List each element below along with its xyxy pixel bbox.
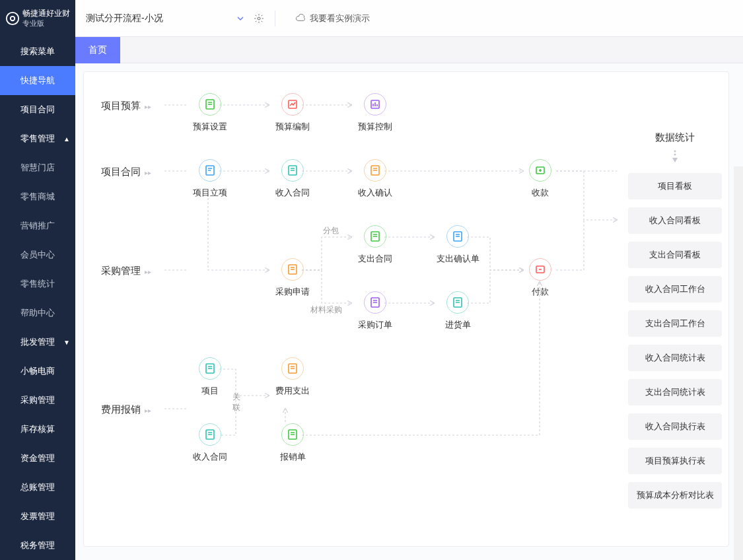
stat-btn-1[interactable]: 收入合同看板 xyxy=(628,207,722,234)
sidebar-sub-member[interactable]: 会员中心 xyxy=(0,240,75,269)
node-label: 预算设置 xyxy=(193,121,227,133)
node-label: 收入确认 xyxy=(358,187,392,199)
node-income-confirm[interactable]: 收入确认 xyxy=(348,159,402,199)
chart-icon xyxy=(281,93,304,116)
sidebar-item-invoice[interactable]: 发票管理 xyxy=(0,502,75,531)
stat-btn-label: 收入合同工作台 xyxy=(645,283,705,295)
flow-label-material: 材料采购 xyxy=(310,304,342,316)
stat-btn-3[interactable]: 收入合同工作台 xyxy=(628,276,722,302)
tab-home[interactable]: 首页 xyxy=(75,37,120,63)
node-purchase-req[interactable]: 采购申请 xyxy=(265,258,320,298)
stat-btn-7[interactable]: 收入合同执行表 xyxy=(628,413,722,440)
sidebar-sub-marketing[interactable]: 营销推广 xyxy=(0,211,75,240)
sidebar-item-quicknav[interactable]: 快捷导航 xyxy=(0,66,75,95)
row-label-purchase: 采购管理▸▸ xyxy=(101,265,151,277)
sidebar-sub-help[interactable]: 帮助中心 xyxy=(0,298,75,328)
doc-icon xyxy=(281,258,304,281)
demo-button[interactable]: 我要看实例演示 xyxy=(295,13,370,24)
gear-icon xyxy=(254,13,264,24)
stat-btn-0[interactable]: 项目看板 xyxy=(628,173,722,199)
doc-icon xyxy=(364,225,386,248)
brand: 畅捷通好业财 专业版 xyxy=(0,0,75,37)
flow-label-subcontract: 分包 xyxy=(323,225,339,236)
sidebar-item-label: 资金管理 xyxy=(20,452,55,464)
context-select[interactable]: 测试分开流程-小况 xyxy=(86,13,244,24)
sidebar-item-funds[interactable]: 资金管理 xyxy=(0,444,75,473)
node-label: 付款 xyxy=(532,286,549,298)
brand-edition: 专业版 xyxy=(22,18,70,28)
stat-btn-4[interactable]: 支出合同工作台 xyxy=(628,310,722,337)
chevron-right-icon: ▸▸ xyxy=(145,103,151,110)
row-label-budget: 项目预算▸▸ xyxy=(101,100,151,112)
node-income-contract[interactable]: 收入合同 xyxy=(265,159,320,199)
sidebar-item-label: 项目合同 xyxy=(20,104,55,116)
scrollbar-track[interactable] xyxy=(734,166,743,560)
stat-btn-5[interactable]: 收入合同统计表 xyxy=(628,345,722,371)
svg-point-1 xyxy=(11,17,15,20)
node-label: 收款 xyxy=(532,187,549,199)
sidebar-sub-retailmall[interactable]: 零售商城 xyxy=(0,182,75,211)
node-label: 报销单 xyxy=(280,451,306,463)
doc-icon xyxy=(281,357,304,380)
node-reimburse[interactable]: 报销单 xyxy=(265,423,320,463)
chevron-down-icon xyxy=(236,15,244,22)
row-label-text: 项目合同 xyxy=(101,166,141,177)
flow-panel: 项目预算▸▸ 项目合同▸▸ 采购管理▸▸ 费用报销▸▸ 预算设置 预算编制 预算… xyxy=(83,71,729,547)
node-exp-contract[interactable]: 支出合同 xyxy=(348,225,402,265)
doc-icon xyxy=(364,291,386,314)
arrow-down-icon xyxy=(670,149,680,164)
doc-icon xyxy=(446,225,469,248)
bar-icon xyxy=(364,93,386,116)
sidebar-item-wholesale[interactable]: 批发管理▼ xyxy=(0,328,75,357)
stat-btn-9[interactable]: 预算成本分析对比表 xyxy=(628,482,722,508)
stats-panel: 数据统计 项目看板 收入合同看板 支出合同看板 收入合同工作台 支出合同工作台 … xyxy=(628,131,722,516)
node-budget-make[interactable]: 预算编制 xyxy=(265,93,320,133)
sidebar-item-retail[interactable]: 零售管理▲ xyxy=(0,124,75,153)
sidebar-item-project-contract[interactable]: 项目合同 xyxy=(0,95,75,124)
node-label: 预算控制 xyxy=(358,121,392,133)
sidebar: 畅捷通好业财 专业版 搜索菜单 快捷导航 项目合同 零售管理▲ 智慧门店 零售商… xyxy=(0,0,75,560)
sidebar-item-ecommerce[interactable]: 小畅电商 xyxy=(0,357,75,386)
stat-btn-2[interactable]: 支出合同看板 xyxy=(628,242,722,268)
demo-label: 我要看实例演示 xyxy=(310,13,370,24)
node-label: 进货单 xyxy=(445,319,471,331)
sidebar-item-ledger[interactable]: 总账管理 xyxy=(0,473,75,502)
node-exp-confirm[interactable]: 支出确认单 xyxy=(431,225,485,265)
settings-button[interactable] xyxy=(254,13,264,24)
node-purchase-order[interactable]: 采购订单 xyxy=(348,291,402,331)
node-goods-in[interactable]: 进货单 xyxy=(431,291,485,331)
sidebar-search-label: 搜索菜单 xyxy=(20,46,55,57)
chevron-right-icon: ▸▸ xyxy=(145,268,151,275)
doc-icon xyxy=(199,357,221,380)
sidebar-item-purchase[interactable]: 采购管理 xyxy=(0,386,75,415)
stat-btn-8[interactable]: 项目预算执行表 xyxy=(628,448,722,474)
node-budget-ctrl[interactable]: 预算控制 xyxy=(348,93,402,133)
node-pay[interactable]: 付款 xyxy=(513,258,567,298)
doc-flag-icon xyxy=(199,159,221,182)
stat-btn-label: 项目看板 xyxy=(658,180,692,192)
sidebar-item-label: 零售管理 xyxy=(20,133,55,145)
node-budget-set[interactable]: 预算设置 xyxy=(183,93,237,133)
stat-btn-label: 收入合同统计表 xyxy=(645,352,705,364)
node-expense-out[interactable]: 费用支出 xyxy=(265,357,320,397)
stat-btn-label: 预算成本分析对比表 xyxy=(637,489,714,501)
sidebar-item-label: 帮助中心 xyxy=(20,307,55,319)
chevron-down-icon: ▼ xyxy=(63,339,70,346)
svg-point-36 xyxy=(674,154,676,156)
node-income-contract-2[interactable]: 收入合同 xyxy=(183,423,237,463)
node-project[interactable]: 项目 xyxy=(183,357,237,397)
sidebar-sub-smartstore[interactable]: 智慧门店 xyxy=(0,153,75,182)
stat-btn-label: 支出合同统计表 xyxy=(645,386,705,398)
sidebar-item-tax[interactable]: 税务管理 xyxy=(0,531,75,560)
sidebar-item-label: 批发管理 xyxy=(20,336,55,348)
sidebar-sub-retailstats[interactable]: 零售统计 xyxy=(0,269,75,298)
sidebar-search[interactable]: 搜索菜单 xyxy=(0,37,75,66)
stat-btn-6[interactable]: 支出合同统计表 xyxy=(628,379,722,405)
sidebar-item-inventory[interactable]: 库存核算 xyxy=(0,415,75,444)
node-project-init[interactable]: 项目立项 xyxy=(183,159,237,199)
stat-btn-label: 支出合同看板 xyxy=(649,249,701,261)
chevron-up-icon: ▲ xyxy=(63,135,70,143)
svg-point-35 xyxy=(674,151,676,153)
node-receipt[interactable]: 收款 xyxy=(513,159,567,199)
row-label-text: 采购管理 xyxy=(101,265,141,276)
